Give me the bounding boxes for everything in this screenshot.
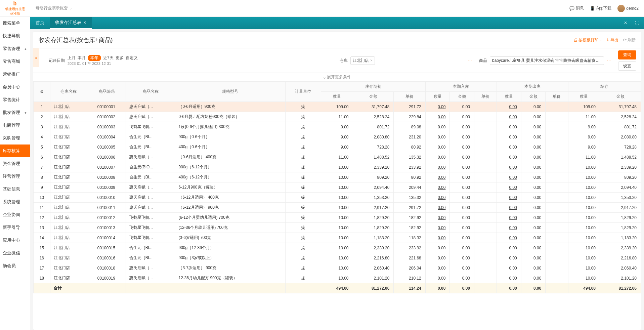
date-more[interactable]: 更多 (116, 55, 124, 61)
col-spec: 规格型号 (175, 82, 285, 102)
sidebar-item-2[interactable]: 零售管理▲ (0, 42, 30, 55)
col-code: 商品编码 (87, 82, 126, 102)
date-last-month[interactable]: 上月 (68, 55, 76, 61)
table-row[interactable]: 6江北门店00100006惠氏启赋（...（0-6月适用） 400克提11.00… (34, 152, 641, 162)
table-row[interactable]: 3江北门店00100003飞鹤星飞帆...1段(0-6个月婴儿适用) 300克提… (34, 122, 641, 132)
warehouse-label: 仓库 (340, 58, 348, 64)
sidebar-item-12[interactable]: 经营管理 (0, 170, 30, 183)
product-label: 商品 (479, 58, 487, 64)
table-row[interactable]: 15江北门店00100015合生元（BI...900g（12-36个月）提10.… (34, 243, 641, 253)
chevron-down-icon: ⌵ (600, 38, 601, 42)
caret-icon: ▲ (24, 47, 27, 51)
fullscreen-icon[interactable]: ⛶ (633, 18, 641, 27)
brand-edition: 标准版 (10, 11, 20, 16)
colgroup-balance: 结存 (568, 82, 641, 92)
caret-icon: ▼ (24, 111, 27, 115)
sidebar-item-13[interactable]: 基础信息 (0, 183, 30, 196)
filter-collapse-handle[interactable]: » (33, 48, 39, 67)
phone-icon: 📱 (590, 6, 595, 11)
table-row[interactable]: 13江北门店00100013飞鹤星飞帆...(12-36个月幼儿适用) 700克… (34, 223, 641, 233)
tab-report[interactable]: 收发存汇总表 ✕ (50, 17, 92, 29)
warehouse-more[interactable]: ··· (468, 58, 473, 63)
table-row[interactable]: 16江北门店00100016合生元（BI...900g（3岁或以上）提10.00… (34, 253, 641, 263)
table-row[interactable]: 8江北门店00100008合生元（BI...400g（6-12个月）提10.00… (34, 172, 641, 182)
sidebar-item-19[interactable]: 畅会员 (0, 259, 30, 272)
data-table-wrap[interactable]: 仓库名称 商品编码 商品名称 规格型号 计量单位 库存期初 本期入库 本期出库 … (33, 81, 641, 325)
close-icon[interactable]: × (370, 58, 373, 63)
sidebar-item-17[interactable]: 应用中心 (0, 234, 30, 247)
brand-name: 畅捷通好生意 (5, 7, 25, 11)
sidebar-item-7[interactable]: 批发管理▼ (0, 106, 30, 119)
horizontal-scrollbar[interactable] (33, 325, 641, 330)
sidebar-item-16[interactable]: 新手引导 (0, 221, 30, 234)
sidebar-item-10[interactable]: 库存核算 (0, 145, 30, 157)
sidebar-item-3[interactable]: 零售商城 (0, 55, 30, 68)
table-row[interactable]: 2江北门店00100002惠氏启赋（...0-6月婴儿配方奶粉900克（罐装）提… (34, 112, 641, 122)
table-row[interactable]: 17江北门店00100018惠氏启赋（...（3-7岁适用） 900克提10.0… (34, 263, 641, 273)
product-filter[interactable]: babycare儿童餐具 婴儿注水保温碗 宝宝防摔碗吸盘碗辅食碗勺套装 雀湖绿 … (490, 56, 604, 65)
table-row[interactable]: 5江北门店00100005合生元（BI...400g（0-6个月）提9.0072… (34, 142, 641, 152)
filter-bar: » 记账日期 上月 本月 本年 近7天 更多 自定义 2023-01-01 至 (33, 48, 641, 73)
sidebar-item-0[interactable]: 搜索菜单 (0, 17, 30, 30)
refresh-icon: ⟳ (623, 38, 627, 42)
sidebar-item-5[interactable]: 会员中心 (0, 81, 30, 93)
date-label: 记账日期 (49, 58, 65, 64)
logo-icon: b (13, 1, 17, 7)
org-selector[interactable]: 母婴行业演示账套 ⌵ (36, 5, 72, 11)
sidebar-item-9[interactable]: 采购管理 (0, 132, 30, 145)
data-table: 仓库名称 商品编码 商品名称 规格型号 计量单位 库存期初 本期入库 本期出库 … (33, 81, 641, 293)
gear-icon (40, 89, 44, 94)
col-name: 商品名称 (126, 82, 175, 102)
sidebar-item-11[interactable]: 资金管理 (0, 157, 30, 170)
topbar: 母婴行业演示账套 ⌵ 💬消息 📱App下载 demo2 (30, 0, 644, 17)
date-last7[interactable]: 近7天 (103, 55, 114, 61)
table-row[interactable]: 18江北门店00100019惠氏启赋（...12-36月幼儿配方 900克（罐装… (34, 273, 641, 283)
user-menu[interactable]: demo2 (617, 5, 639, 12)
sidebar: 搜索菜单快捷导航零售管理▲零售商城营销推广会员中心零售统计批发管理▼电商管理采购… (0, 17, 30, 330)
colgroup-out: 本期出库 (497, 82, 568, 92)
brand-logo: b 畅捷通好生意 标准版 (0, 0, 30, 17)
tab-home[interactable]: 首页 (30, 17, 50, 29)
export-button[interactable]: ⤓导出 (606, 37, 618, 43)
settings-button[interactable]: 设置 (618, 61, 636, 71)
product-more[interactable]: ··· (607, 58, 612, 63)
table-row[interactable]: 12江北门店00100012飞鹤星飞帆...(6-12个月婴幼儿适用) 700克… (34, 213, 641, 223)
sidebar-item-18[interactable]: 企业微信 (0, 247, 30, 259)
sidebar-item-8[interactable]: 电商管理 (0, 119, 30, 132)
colgroup-opening: 库存期初 (321, 82, 426, 92)
table-row[interactable]: 9江北门店00100009惠氏启赋（...6-12月900克（罐装）提10.00… (34, 182, 641, 193)
warehouse-chip[interactable]: 江北门店 × (350, 56, 375, 65)
sidebar-item-4[interactable]: 营销推广 (0, 68, 30, 81)
sidebar-item-6[interactable]: 零售统计 (0, 93, 30, 106)
col-unit: 计量单位 (285, 82, 321, 102)
date-custom[interactable]: 自定义 (126, 55, 138, 61)
query-button[interactable]: 查询 (618, 50, 636, 59)
table-row[interactable]: 10江北门店00100010惠氏启赋（...（6-12月适用） 400克提10.… (34, 193, 641, 203)
col-settings[interactable] (34, 82, 50, 102)
tabs-bar: 首页 收发存汇总表 ✕ ✕ ⛶ (30, 17, 644, 29)
sidebar-item-1[interactable]: 快捷导航 (0, 30, 30, 42)
table-row[interactable]: 11江北门店00100011惠氏启赋（...（6-12月适用） 900克提10.… (34, 203, 641, 213)
export-icon: ⤓ (606, 38, 609, 42)
colgroup-in: 本期入库 (425, 82, 497, 92)
table-row[interactable]: 4江北门店00100004合生元（BI...900g（0-6个月）提9.002,… (34, 132, 641, 142)
expand-filters[interactable]: ⌵ 展开更多条件 (33, 73, 641, 81)
sidebar-item-15[interactable]: 企业协同 (0, 208, 30, 221)
chevron-down-icon: ⌵ (70, 7, 72, 10)
chevron-down-icon: ⌵ (323, 75, 326, 80)
app-download-link[interactable]: 📱App下载 (590, 5, 611, 11)
print-icon: 🖨 (573, 38, 577, 42)
close-icon[interactable]: ✕ (83, 20, 86, 25)
date-this-year[interactable]: 本年 (88, 55, 101, 61)
tab-close-all[interactable]: ✕ (621, 18, 630, 27)
messages-link[interactable]: 💬消息 (569, 5, 584, 11)
date-this-month[interactable]: 本月 (78, 55, 86, 61)
col-warehouse: 仓库名称 (50, 82, 87, 102)
table-row[interactable]: 14江北门店00100014飞鹤星飞帆...(3-6岁适用) 700克提10.0… (34, 233, 641, 243)
message-icon: 💬 (569, 6, 574, 11)
print-button[interactable]: 🖨按模板打印⌵ (573, 37, 601, 43)
sidebar-item-14[interactable]: 系统管理 (0, 196, 30, 208)
table-row[interactable]: 7江北门店00100007合生元(BIO...900g（6-12个月）提10.0… (34, 162, 641, 172)
table-row[interactable]: 1江北门店00100001惠氏启赋（...（0-6月适用）900克提109.00… (34, 102, 641, 112)
refresh-button[interactable]: ⟳刷新 (623, 37, 636, 43)
